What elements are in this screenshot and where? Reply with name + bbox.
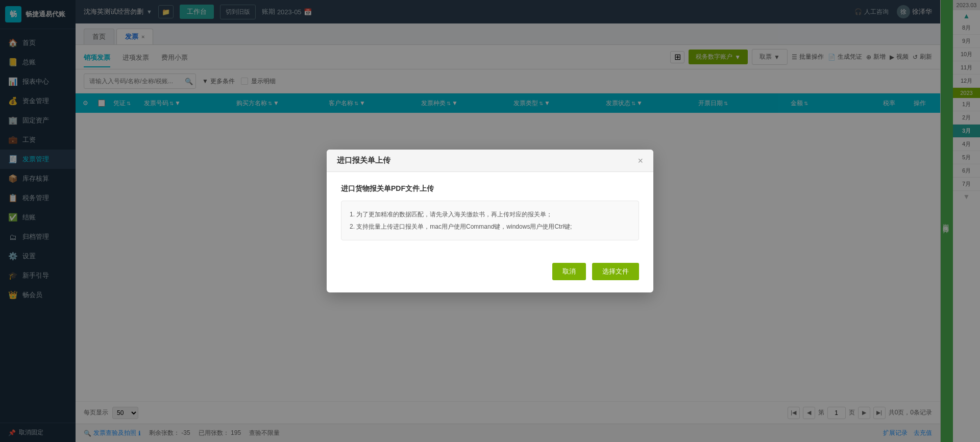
modal-select-file-button[interactable]: 选择文件: [592, 263, 639, 280]
modal-info-item-2: 2. 支持批量上传进口报关单，mac用户使用Command键，windows用户…: [350, 220, 630, 233]
modal-info-box: 1. 为了更加精准的数据匹配，请先录入海关缴款书，再上传对应的报关单； 2. 支…: [341, 201, 639, 240]
modal-header: 进口报关单上传 ×: [327, 150, 653, 172]
modal-body: 进口货物报关单PDF文件上传 1. 为了更加精准的数据匹配，请先录入海关缴款书，…: [327, 172, 653, 263]
modal-title: 进口报关单上传: [337, 156, 390, 165]
modal-overlay[interactable]: 进口报关单上传 × 进口货物报关单PDF文件上传 1. 为了更加精准的数据匹配，…: [0, 0, 980, 442]
modal-footer: 取消 选择文件: [327, 263, 653, 292]
modal-dialog: 进口报关单上传 × 进口货物报关单PDF文件上传 1. 为了更加精准的数据匹配，…: [327, 150, 653, 292]
modal-cancel-button[interactable]: 取消: [552, 263, 586, 280]
modal-close-button[interactable]: ×: [638, 156, 643, 165]
modal-subtitle: 进口货物报关单PDF文件上传: [341, 184, 639, 193]
modal-info-item-1: 1. 为了更加精准的数据匹配，请先录入海关缴款书，再上传对应的报关单；: [350, 208, 630, 220]
